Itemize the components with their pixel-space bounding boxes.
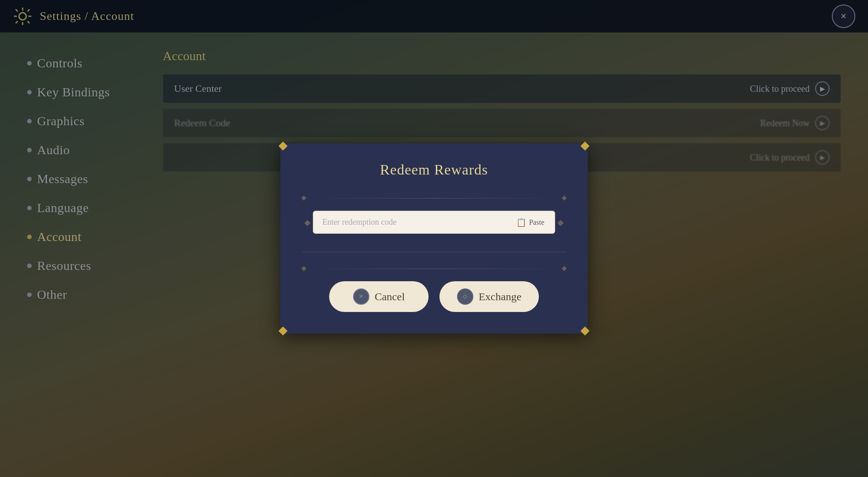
deco-line-inner — [309, 198, 559, 198]
paste-icon: 📋 — [516, 217, 526, 227]
ornament-bottom-left — [278, 326, 288, 335]
deco-diamond-bottom-left — [301, 266, 306, 271]
deco-diamond-bottom-right — [561, 266, 566, 271]
deco-line-inner-bottom — [309, 269, 559, 269]
deco-diamond-right — [561, 195, 566, 200]
redeem-modal: Redeem Rewards ◆ 📋 Paste ◆ — [280, 143, 588, 334]
cancel-icon: × — [353, 288, 369, 305]
exchange-button[interactable]: ○ Exchange — [439, 281, 539, 312]
exchange-label: Exchange — [479, 291, 522, 303]
modal-divider — [302, 252, 566, 252]
deco-line-bottom — [302, 267, 566, 270]
ornament-top-left — [278, 142, 288, 151]
input-wrapper: ◆ 📋 Paste ◆ — [302, 211, 566, 234]
paste-button[interactable]: 📋 Paste — [513, 216, 548, 229]
deco-line-top — [302, 196, 566, 200]
input-deco-right-icon: ◆ — [555, 217, 566, 228]
cancel-label: Cancel — [375, 291, 405, 303]
input-deco-left-icon: ◆ — [302, 217, 313, 228]
ornament-top-right — [580, 142, 590, 151]
modal-backdrop: Redeem Rewards ◆ 📋 Paste ◆ — [0, 0, 868, 477]
modal-title: Redeem Rewards — [302, 161, 566, 178]
exchange-icon: ○ — [457, 288, 473, 305]
deco-diamond-left — [301, 195, 306, 200]
cancel-button[interactable]: × Cancel — [329, 281, 429, 312]
modal-buttons: × Cancel ○ Exchange — [302, 281, 566, 312]
paste-label: Paste — [529, 218, 544, 227]
ornament-bottom-right — [580, 326, 590, 335]
